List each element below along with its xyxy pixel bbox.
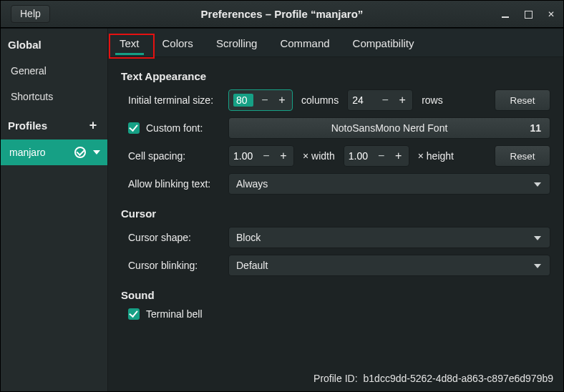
- reset-size-button[interactable]: Reset: [495, 89, 550, 111]
- label-height: × height: [418, 150, 454, 162]
- label-cursor-shape: Cursor shape:: [121, 232, 228, 243]
- label-terminal-bell: Terminal bell: [146, 308, 203, 320]
- cell-width-plus[interactable]: +: [278, 150, 289, 162]
- sidebar-header-profiles: Profiles +: [1, 109, 107, 139]
- columns-plus[interactable]: +: [276, 94, 288, 106]
- cell-width-stepper[interactable]: − +: [228, 145, 294, 167]
- tab-command[interactable]: Command: [268, 30, 341, 57]
- titlebar: Help Preferences – Profile “manjaro”: [1, 1, 563, 28]
- custom-font-checkbox[interactable]: [128, 122, 140, 134]
- cursor-blinking-value: Default: [236, 260, 268, 271]
- font-name: NotoSansMono Nerd Font: [331, 122, 448, 134]
- profile-id-label: Profile ID:: [313, 373, 357, 384]
- section-text-appearance: Text Appearance: [121, 70, 550, 82]
- columns-input[interactable]: [233, 94, 253, 107]
- cursor-shape-value: Block: [236, 232, 261, 243]
- label-rows: rows: [422, 94, 443, 106]
- close-icon[interactable]: [546, 9, 556, 19]
- tab-text[interactable]: Text: [108, 30, 151, 57]
- maximize-icon[interactable]: [523, 9, 533, 19]
- default-profile-icon[interactable]: [74, 147, 86, 158]
- sidebar-header-global: Global: [1, 30, 107, 58]
- tab-bar: Text Colors Scrolling Command Compatibil…: [108, 29, 563, 57]
- profile-name: manjaro: [9, 147, 74, 158]
- blinking-text-select[interactable]: Always: [228, 173, 550, 195]
- cell-height-minus[interactable]: −: [376, 150, 387, 162]
- cursor-shape-select[interactable]: Block: [228, 227, 550, 248]
- profile-id-value: b1dcc9dd-5262-4d8d-a863-c897e6d979b9: [364, 373, 553, 384]
- window-title: Preferences – Profile “manjaro”: [1, 8, 563, 20]
- reset-spacing-button[interactable]: Reset: [495, 145, 550, 167]
- add-profile-button[interactable]: +: [86, 118, 100, 132]
- label-cell-spacing: Cell spacing:: [121, 150, 228, 162]
- rows-minus[interactable]: −: [379, 94, 391, 106]
- label-width: × width: [303, 150, 335, 162]
- tab-compatibility[interactable]: Compatibility: [341, 30, 426, 57]
- label-custom-font: Custom font:: [146, 122, 228, 134]
- sidebar-item-shortcuts[interactable]: Shortcuts: [1, 84, 107, 109]
- cell-width-minus[interactable]: −: [261, 150, 272, 162]
- cell-height-input[interactable]: [349, 150, 370, 162]
- profile-id-footer: Profile ID: b1dcc9dd-5262-4d8d-a863-c897…: [121, 373, 553, 384]
- label-cursor-blinking: Cursor blinking:: [121, 260, 228, 271]
- font-size: 11: [530, 122, 541, 134]
- label-columns: columns: [301, 94, 339, 106]
- label-initial-size: Initial terminal size:: [121, 94, 228, 106]
- sidebar-item-general[interactable]: General: [1, 58, 107, 84]
- minimize-icon[interactable]: [500, 9, 510, 19]
- sidebar: Global General Shortcuts Profiles + manj…: [1, 29, 108, 391]
- help-button[interactable]: Help: [11, 5, 50, 23]
- sidebar-profile-manjaro[interactable]: manjaro: [1, 139, 107, 165]
- tab-scrolling[interactable]: Scrolling: [205, 30, 269, 57]
- profiles-label: Profiles: [8, 119, 47, 132]
- cursor-blinking-select[interactable]: Default: [228, 255, 550, 276]
- rows-input[interactable]: [352, 94, 374, 106]
- section-sound: Sound: [121, 289, 550, 301]
- blinking-text-value: Always: [236, 178, 268, 190]
- rows-stepper[interactable]: − +: [347, 89, 413, 111]
- rows-plus[interactable]: +: [397, 94, 408, 106]
- cell-width-input[interactable]: [233, 150, 255, 162]
- columns-stepper[interactable]: − +: [228, 89, 293, 111]
- cell-height-plus[interactable]: +: [393, 150, 404, 162]
- section-cursor: Cursor: [121, 207, 550, 220]
- label-blinking-text: Allow blinking text:: [121, 178, 228, 190]
- tab-colors[interactable]: Colors: [151, 30, 205, 57]
- profile-menu-icon[interactable]: [93, 150, 100, 155]
- cell-height-stepper[interactable]: − +: [344, 145, 409, 167]
- terminal-bell-checkbox[interactable]: [128, 308, 140, 320]
- columns-minus[interactable]: −: [259, 94, 271, 106]
- font-chooser-button[interactable]: NotoSansMono Nerd Font 11: [228, 117, 550, 139]
